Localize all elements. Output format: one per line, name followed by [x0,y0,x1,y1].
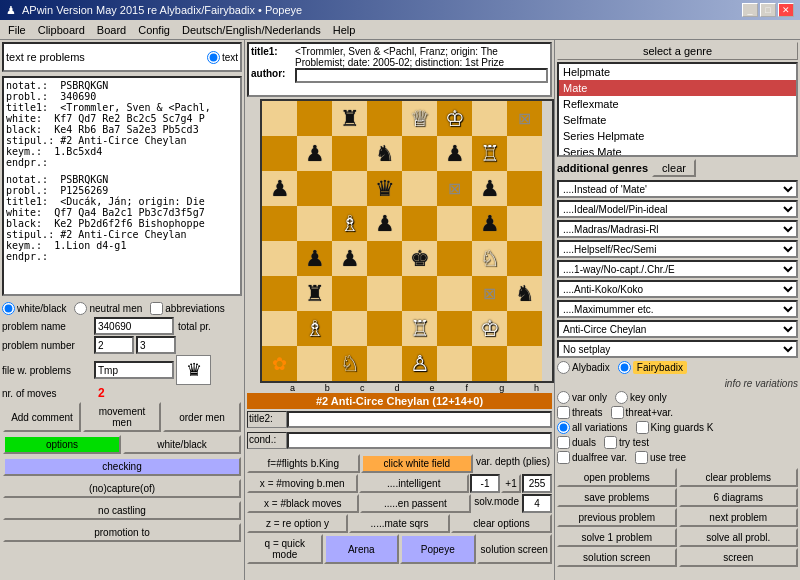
cell-4-4[interactable]: ♚ [402,241,437,276]
solv-mode-input[interactable] [522,494,552,513]
solution-screen-button[interactable]: solution screen [557,548,677,567]
menu-file[interactable]: File [2,22,32,38]
genre-selfmate[interactable]: Selfmate [559,112,796,128]
cell-2-0[interactable]: ♟ [262,171,297,206]
cell-6-6[interactable]: ♔ [472,311,507,346]
cell-5-0[interactable] [262,276,297,311]
cell-3-7[interactable] [507,206,542,241]
problem-number-input[interactable] [94,336,134,354]
cell-5-6[interactable]: ⊠ [472,276,507,311]
cell-7-4[interactable]: ♙ [402,346,437,381]
solve-all-button[interactable]: solve all probl. [679,528,799,547]
cell-6-0[interactable] [262,311,297,346]
cell-5-1[interactable]: ♜ [297,276,332,311]
abbreviations-check[interactable] [150,302,163,315]
cell-2-2[interactable] [332,171,367,206]
cond-input[interactable] [287,432,552,449]
cell-6-3[interactable] [367,311,402,346]
save-problems-button[interactable]: save problems [557,488,677,507]
var-only-radio[interactable] [557,391,570,404]
threat-var-check[interactable] [611,406,624,419]
click-white-field-button[interactable]: click white field [361,454,474,473]
cell-2-5[interactable]: ⊠ [437,171,472,206]
plus1-button[interactable]: +1 [501,474,521,493]
clear-button[interactable]: clear [652,159,696,177]
fairybadix-radio[interactable] [618,361,631,374]
cell-4-0[interactable] [262,241,297,276]
options-button[interactable]: options [3,435,121,454]
instead-dropdown[interactable]: ....Instead of 'Mate' [557,180,798,198]
cell-4-7[interactable] [507,241,542,276]
cell-1-4[interactable] [402,136,437,171]
genre-helpmate[interactable]: Helpmate [559,64,796,80]
var-depth-255[interactable] [522,474,552,493]
cell-4-2[interactable]: ♟ [332,241,367,276]
cell-7-0[interactable]: ✿ [262,346,297,381]
genre-series-helpmate[interactable]: Series Helpmate [559,128,796,144]
cell-3-3[interactable]: ♟ [367,206,402,241]
x-button[interactable]: x = #moving b.men [247,474,358,493]
cell-7-2[interactable]: ♘ [332,346,367,381]
cell-0-3[interactable] [367,101,402,136]
cell-3-1[interactable] [297,206,332,241]
arena-button[interactable]: Arena [324,534,400,564]
try-test-check[interactable] [604,436,617,449]
mate-sqrs-button[interactable]: .....mate sqrs [349,514,450,533]
cell-4-6[interactable]: ♘ [472,241,507,276]
screen-button[interactable]: screen [679,548,799,567]
cell-6-7[interactable] [507,311,542,346]
cell-4-5[interactable] [437,241,472,276]
menu-config[interactable]: Config [132,22,176,38]
cell-2-6[interactable]: ♟ [472,171,507,206]
order-men-button[interactable]: order men [163,402,241,432]
key-only-radio[interactable] [615,391,628,404]
previous-problem-button[interactable]: previous problem [557,508,677,527]
next-problem-button[interactable]: next problem [679,508,799,527]
cell-1-5[interactable]: ♟ [437,136,472,171]
cell-3-0[interactable] [262,206,297,241]
dualfree-check[interactable] [557,451,570,464]
genre-series-mate[interactable]: Series Mate [559,144,796,157]
intelligent-button[interactable]: ....intelligent [359,474,470,493]
cell-0-0[interactable] [262,101,297,136]
neutral-men-radio[interactable] [74,302,87,315]
menu-clipboard[interactable]: Clipboard [32,22,91,38]
cell-0-2[interactable]: ♜ [332,101,367,136]
white-black-button[interactable]: white/black [123,435,241,454]
cell-2-1[interactable] [297,171,332,206]
cell-3-2[interactable]: ♗ [332,206,367,241]
cell-7-3[interactable] [367,346,402,381]
nocapture-button[interactable]: (no)capture(of) [3,479,241,498]
6-diagrams-button[interactable]: 6 diagrams [679,488,799,507]
cell-2-4[interactable] [402,171,437,206]
madras-dropdown[interactable]: ....Madras/Madrasi-Rl [557,220,798,238]
cell-1-7[interactable] [507,136,542,171]
en-passant-button[interactable]: .....en passent [360,494,472,513]
checking-button[interactable]: checking [3,457,241,476]
hash-button[interactable]: x = #black moves [247,494,359,513]
cell-4-1[interactable]: ♟ [297,241,332,276]
popeye-button[interactable]: Popeye [400,534,476,564]
cell-7-6[interactable] [472,346,507,381]
cell-1-3[interactable]: ♞ [367,136,402,171]
threats-check[interactable] [557,406,570,419]
cell-1-0[interactable] [262,136,297,171]
cell-1-6[interactable]: ♖ [472,136,507,171]
q-button[interactable]: q = quick mode [247,534,323,564]
cell-3-4[interactable] [402,206,437,241]
close-button[interactable]: ✕ [778,3,794,17]
open-problems-button[interactable]: open problems [557,468,677,487]
cell-0-1[interactable] [297,101,332,136]
cell-6-4[interactable]: ♖ [402,311,437,346]
cell-5-5[interactable] [437,276,472,311]
minimize-button[interactable]: _ [742,3,758,17]
helpself-dropdown[interactable]: ....Helpself/Rec/Semi [557,240,798,258]
promotion-button[interactable]: promotion to [3,523,241,542]
solution-screen-mid-button[interactable]: solution screen [477,534,553,564]
1way-dropdown[interactable]: ....1-way/No-capt./.Chr./E [557,260,798,278]
file-problems-input[interactable] [94,361,174,379]
alybadix-radio[interactable] [557,361,570,374]
title2-input[interactable] [287,411,552,428]
anticirce-dropdown[interactable]: Anti-Circe Cheylan [557,320,798,338]
all-variations-radio[interactable] [557,421,570,434]
